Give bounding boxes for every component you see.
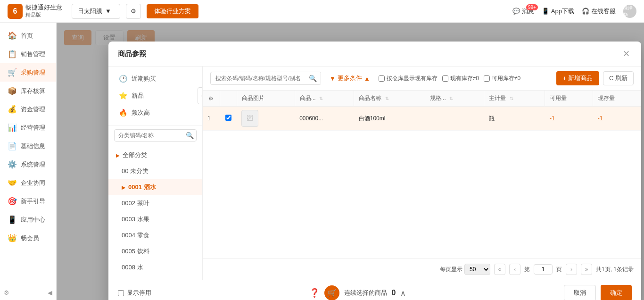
category-list: ▶ 全部分类 00 未分类 ▶ 0001 酒水 0002 茶叶 [108, 145, 202, 280]
category-0008-label: 0008 水 [122, 263, 143, 272]
available-stock-label: 可用库存≠0 [492, 75, 520, 83]
col-spec[interactable]: 规格... ⇅ [425, 91, 484, 107]
high-frequency-tab[interactable]: 🔥 频次高 [114, 105, 197, 120]
category-0004[interactable]: 0004 零食 [108, 227, 202, 243]
col-available[interactable]: 可用量 [545, 91, 593, 107]
online-service-nav-item[interactable]: 🎧 在线客服 [582, 7, 616, 16]
sidebar-item-finance[interactable]: 💰 资金管理 [0, 100, 56, 118]
row-checkbox-cell[interactable] [220, 107, 237, 131]
category-0008[interactable]: 0008 水 [108, 259, 202, 275]
new-items-label: 新品 [132, 92, 144, 100]
current-stock-checkbox[interactable]: 现有库存≠0 [442, 75, 479, 83]
add-product-button[interactable]: + 新增商品 [556, 71, 599, 85]
sidebar-item-operations[interactable]: 📊 经营管理 [0, 118, 56, 137]
current-stock-input[interactable] [442, 75, 448, 82]
basic-info-icon: 📄 [8, 142, 17, 150]
sidebar-settings-icon[interactable]: ⚙ [4, 289, 9, 296]
sidebar-collapse-icon[interactable]: ◀ [48, 289, 52, 296]
messages-nav-item[interactable]: 💬 消息 99+ [512, 7, 534, 16]
warehouse-filter-checkbox[interactable]: 按仓库显示现有库存 [379, 75, 438, 83]
modal-close-button[interactable]: ✕ [620, 48, 632, 59]
confirm-button[interactable]: 确定 [601, 285, 632, 300]
sidebar-item-inventory[interactable]: 📦 库存核算 [0, 82, 56, 100]
show-disabled-input[interactable] [118, 290, 124, 296]
col-code[interactable]: 商品... ⇅ [295, 91, 354, 107]
row-checkbox[interactable] [225, 115, 231, 121]
col-settings[interactable]: ⚙ [203, 91, 220, 107]
filter-icon: ▼ [330, 75, 336, 82]
next-page-button[interactable]: › [566, 264, 577, 275]
table-row[interactable]: 1 🖼 000600... [203, 107, 641, 131]
warehouse-filter-label: 按仓库显示现有库存 [387, 75, 438, 83]
first-page-button[interactable]: « [494, 264, 505, 275]
prev-page-button[interactable]: ‹ [509, 264, 520, 275]
sidebar-item-guide[interactable]: 🎯 新手引导 [0, 192, 56, 210]
recent-purchase-label: 近期购买 [132, 75, 156, 83]
show-disabled-checkbox[interactable]: 显示停用 [118, 289, 151, 297]
new-items-tab[interactable]: ⭐ 新品 [114, 88, 197, 103]
category-0002[interactable]: 0002 茶叶 [108, 195, 202, 211]
sidebar-item-basic-info[interactable]: 📄 基础信息 [0, 137, 56, 155]
high-frequency-label: 频次高 [132, 108, 150, 117]
category-all-label: 全部分类 [123, 151, 147, 159]
message-badge: 99+ [526, 4, 538, 10]
col-name[interactable]: 商品名称 ⇅ [354, 91, 425, 107]
col-stock[interactable]: 现存量 [593, 91, 641, 107]
page-label: 第 [524, 266, 530, 274]
sidebar-item-inventory-label: 库存核算 [21, 87, 45, 95]
help-icon[interactable]: ❓ [309, 288, 320, 298]
category-0001[interactable]: ▶ 0001 酒水 [108, 179, 202, 195]
sidebar-item-purchase[interactable]: 🛒 采购管理 [0, 63, 56, 82]
show-disabled-label: 显示停用 [127, 289, 151, 297]
logo-area: 6 畅捷通好生意 精品版 [8, 4, 62, 19]
category-00[interactable]: 00 未分类 [108, 163, 202, 179]
page-number-input[interactable] [534, 264, 553, 275]
settings-icon[interactable]: ⚙ [126, 4, 141, 19]
category-search-input[interactable] [114, 129, 197, 142]
product-search-icon[interactable]: 🔍 [305, 72, 321, 84]
sidebar-item-enterprise[interactable]: 🤝 企业协同 [0, 174, 56, 192]
message-icon: 💬 [512, 8, 520, 15]
available-stock-input[interactable] [484, 75, 490, 82]
trial-button[interactable]: 体验行业方案 [147, 4, 198, 18]
collapse-left-button[interactable]: « [198, 87, 203, 104]
category-all[interactable]: ▶ 全部分类 [108, 147, 202, 163]
category-search-icon[interactable]: 🔍 [186, 132, 194, 139]
sidebar-item-system[interactable]: ⚙️ 系统管理 [0, 155, 56, 174]
sidebar-item-member[interactable]: 👑 畅会员 [0, 229, 56, 247]
col-unit[interactable]: 主计量 ⇅ [484, 91, 545, 107]
cancel-button[interactable]: 取消 [564, 285, 596, 300]
branch-dropdown[interactable]: 日太阳膜 ▼ [72, 4, 120, 19]
sidebar-item-apps[interactable]: 📱 应用中心 [0, 210, 56, 229]
logo-sub: 精品版 [25, 11, 62, 18]
category-0010[interactable]: 0010 家电 [108, 275, 202, 280]
guide-icon: 🎯 [8, 197, 17, 206]
category-0004-label: 0004 零食 [122, 231, 149, 240]
page-suffix: 页 [556, 266, 562, 274]
collapse-up-icon[interactable]: ∧ [400, 289, 406, 298]
sales-icon: 📋 [8, 50, 17, 58]
more-filter-button[interactable]: ▼ 更多条件 ▲ [326, 72, 374, 84]
user-nav-item[interactable]: 徐泽华 [623, 5, 636, 18]
star-icon: ⭐ [119, 92, 128, 100]
available-stock-checkbox[interactable]: 可用库存≠0 [484, 75, 520, 83]
row-stock: -1 [593, 107, 641, 131]
last-page-button[interactable]: » [581, 264, 592, 275]
headset-icon: 🎧 [582, 8, 589, 15]
system-icon: ⚙️ [8, 160, 17, 169]
recent-purchase-tab[interactable]: 🕐 近期购买 [114, 71, 197, 86]
warehouse-filter-input[interactable] [379, 75, 385, 82]
row-image-cell: 🖼 [237, 107, 295, 131]
sidebar-item-purchase-label: 采购管理 [21, 68, 45, 77]
main-layout: 🏠 首页 📋 销售管理 🛒 采购管理 📦 库存核算 💰 资金管理 📊 经营管理 … [0, 23, 644, 300]
app-download-nav-item[interactable]: 📱 App下载 [542, 7, 574, 16]
per-page-select[interactable]: 50 10 20 100 [464, 264, 490, 275]
product-search-input[interactable] [211, 73, 305, 84]
inventory-icon: 📦 [8, 86, 17, 95]
refresh-button[interactable]: C 刷新 [603, 71, 634, 85]
sidebar-item-sales[interactable]: 📋 销售管理 [0, 45, 56, 63]
category-0003[interactable]: 0003 水果 [108, 211, 202, 227]
cart-button[interactable]: 🛒 [324, 285, 339, 300]
category-0005[interactable]: 0005 饮料 [108, 243, 202, 259]
sidebar-item-home[interactable]: 🏠 首页 [0, 26, 56, 45]
